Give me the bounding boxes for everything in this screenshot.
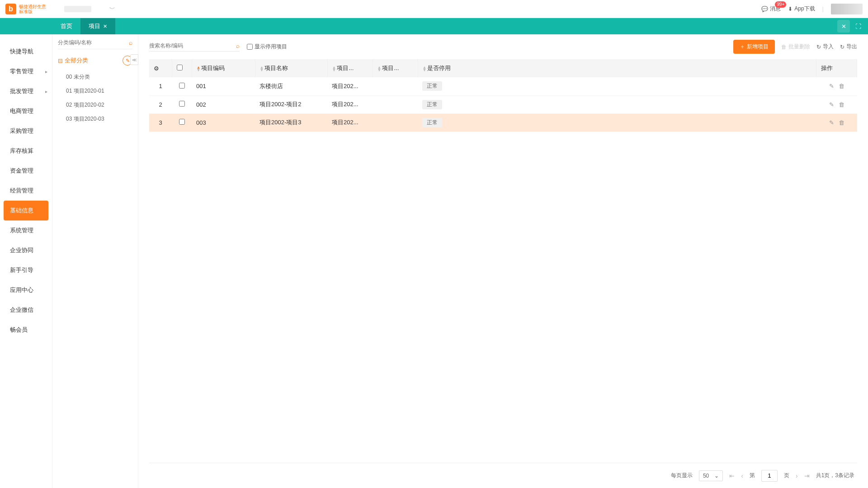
column-name[interactable]: ▲▼项目名称 — [255, 59, 327, 77]
minus-square-icon: ⊟ — [58, 57, 63, 64]
close-all-tabs-button[interactable]: ✕ — [837, 20, 850, 33]
delete-row-button[interactable]: 🗑 — [839, 101, 844, 108]
table-search: ⌕ — [149, 42, 240, 52]
cell-col4 — [373, 95, 418, 113]
collapse-tree-button[interactable]: ≪ — [130, 54, 138, 65]
row-checkbox[interactable] — [179, 83, 185, 89]
table-row[interactable]: 2002项目2002-项目2项目202...正常✎🗑 — [149, 95, 857, 113]
sidebar-item-label: 系统管理 — [10, 226, 33, 235]
tree-search-input[interactable] — [58, 39, 129, 46]
import-label: 导入 — [823, 43, 834, 51]
delete-icon: 🗑 — [781, 44, 787, 50]
chevron-down-icon: ⌄ — [714, 473, 719, 479]
sidebar-item[interactable]: 库存核算 — [0, 141, 52, 161]
add-project-button[interactable]: ＋ 新增项目 — [733, 40, 775, 54]
page-input[interactable] — [761, 470, 778, 482]
table-row[interactable]: 1001东楼街店项目202...正常✎🗑 — [149, 77, 857, 95]
user-avatar[interactable] — [831, 4, 863, 14]
app-download-button[interactable]: ⬇ App下载 — [788, 5, 815, 13]
tab-home[interactable]: 首页 — [52, 18, 80, 34]
pagination: 每页显示 50 ⌄ ⇤ ‹ 第 页 › ⇥ 共1页，3条记录 — [149, 463, 857, 488]
sidebar-item-label: 畅会员 — [10, 326, 28, 334]
messages-button[interactable]: 💬 消息 99+ — [761, 5, 781, 13]
sidebar-item[interactable]: 应用中心 — [0, 280, 52, 300]
search-icon[interactable]: ⌕ — [129, 39, 132, 46]
sidebar-item[interactable]: 新手引导 — [0, 260, 52, 280]
cell-col4 — [373, 77, 418, 95]
cell-name: 项目2002-项目3 — [255, 113, 327, 131]
sidebar-item[interactable]: 搜索菜单 — [0, 34, 52, 42]
sidebar-item[interactable]: 经营管理 — [0, 181, 52, 201]
show-disabled-label: 显示停用项目 — [255, 43, 287, 51]
show-disabled-checkbox[interactable]: 显示停用项目 — [247, 43, 287, 51]
delete-row-button[interactable]: 🗑 — [839, 83, 844, 89]
column-status[interactable]: ▲▼是否停用 — [418, 59, 816, 77]
sidebar-item[interactable]: 企业微信 — [0, 300, 52, 320]
batch-delete-button[interactable]: 🗑 批量删除 — [781, 43, 810, 51]
download-icon: ⬇ — [788, 6, 793, 12]
first-page-button[interactable]: ⇤ — [729, 472, 735, 479]
sidebar-item[interactable]: 采购管理 — [0, 121, 52, 141]
sidebar-item-label: 应用中心 — [10, 286, 33, 294]
top-header: b 畅捷通好生意 标准版 ﹀ 💬 消息 99+ ⬇ App下载 | — [0, 0, 868, 18]
column-3[interactable]: ▲▼项目... — [327, 59, 373, 77]
tree-root[interactable]: ⊟ 全部分类 ✎ — [58, 54, 132, 67]
sidebar-item-label: 零售管理 — [10, 67, 33, 75]
delete-row-button[interactable]: 🗑 — [839, 119, 844, 126]
sidebar-item[interactable]: 电商管理 — [0, 101, 52, 121]
tree-node[interactable]: 00 未分类 — [58, 70, 132, 84]
column-settings[interactable]: ⚙ — [149, 59, 172, 77]
last-page-button[interactable]: ⇥ — [804, 472, 810, 479]
row-select[interactable] — [172, 95, 192, 113]
sidebar-item-label: 搜索菜单 — [10, 34, 33, 36]
row-checkbox[interactable] — [179, 101, 185, 107]
edit-row-button[interactable]: ✎ — [829, 83, 834, 89]
sidebar-item[interactable]: 畅会员 — [0, 320, 52, 340]
row-select[interactable] — [172, 113, 192, 131]
search-icon[interactable]: ⌕ — [236, 42, 240, 49]
sidebar-item[interactable]: 快捷导航 — [0, 42, 52, 61]
sidebar-item[interactable]: 系统管理 — [0, 221, 52, 240]
close-icon[interactable]: ✕ — [103, 23, 107, 29]
export-button[interactable]: ↻ 导出 — [840, 43, 857, 51]
sidebar-item[interactable]: 基础信息 — [4, 201, 48, 221]
sidebar-item[interactable]: 企业协同 — [0, 240, 52, 260]
tab-project[interactable]: 项目 ✕ — [80, 18, 115, 34]
sidebar-item[interactable]: 零售管理▸ — [0, 61, 52, 81]
prev-page-button[interactable]: ‹ — [741, 472, 743, 479]
batch-delete-label: 批量删除 — [788, 43, 810, 51]
cell-code: 003 — [192, 113, 255, 131]
sidebar-item-label: 电商管理 — [10, 107, 33, 115]
brand-line1: 畅捷通好生意 — [19, 4, 46, 9]
next-page-button[interactable]: › — [796, 472, 798, 479]
table-row[interactable]: 3003项目2002-项目3项目202...正常✎🗑 — [149, 113, 857, 131]
tree-node[interactable]: 02 项目2020-02 — [58, 98, 132, 112]
close-icon: ✕ — [841, 23, 846, 30]
edit-row-button[interactable]: ✎ — [829, 101, 834, 108]
column-4[interactable]: ▲▼项目... — [373, 59, 418, 77]
edit-icon: ✎ — [126, 58, 130, 64]
per-page-select[interactable]: 50 ⌄ — [699, 470, 723, 481]
table-search-input[interactable] — [149, 42, 236, 49]
add-label: 新增项目 — [747, 43, 769, 51]
edit-row-button[interactable]: ✎ — [829, 119, 834, 126]
row-select[interactable] — [172, 77, 192, 95]
per-page-label: 每页显示 — [671, 472, 693, 479]
checkbox-input[interactable] — [247, 44, 253, 50]
cell-actions: ✎🗑 — [816, 113, 857, 131]
sidebar-item-label: 经营管理 — [10, 187, 33, 195]
sidebar-item-label: 新手引导 — [10, 266, 33, 274]
tree-node[interactable]: 01 项目2020-01 — [58, 84, 132, 98]
column-select-all[interactable] — [172, 59, 192, 77]
tree-node[interactable]: 03 项目2020-03 — [58, 112, 132, 126]
sidebar-item[interactable]: 资金管理 — [0, 161, 52, 181]
import-button[interactable]: ↻ 导入 — [816, 43, 834, 51]
table-panel: ⌕ 显示停用项目 ＋ 新增项目 🗑 批量删除 — [138, 34, 868, 488]
select-all-checkbox[interactable] — [177, 65, 183, 70]
cell-col3: 项目202... — [327, 77, 373, 95]
column-code[interactable]: ▲▼项目编码 — [192, 59, 255, 77]
org-selector[interactable]: ﹀ — [64, 5, 115, 13]
sidebar-item[interactable]: 批发管理▸ — [0, 81, 52, 101]
fullscreen-button[interactable]: ⛶ — [852, 20, 864, 33]
row-checkbox[interactable] — [179, 119, 185, 125]
